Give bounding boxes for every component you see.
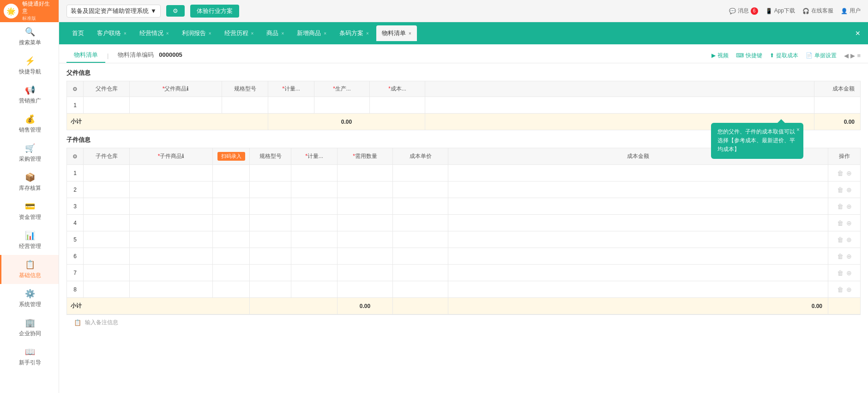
- sidebar-item-guide[interactable]: 📖 新手引导: [0, 342, 59, 371]
- child-row-1-qty[interactable]: [338, 165, 393, 181]
- gear-settings-btn[interactable]: ⚙: [166, 5, 185, 17]
- parent-row-1-cost[interactable]: [370, 97, 425, 114]
- tab-barcode[interactable]: 条码方案 ×: [334, 25, 374, 41]
- online-service-btn[interactable]: 🎧 在线客服: [802, 7, 833, 15]
- sidebar-item-sales[interactable]: 💰 销售管理: [0, 109, 59, 139]
- book-icon: 📖: [25, 347, 35, 357]
- parent-row-1-unit[interactable]: [268, 97, 314, 114]
- tab-new-goods[interactable]: 新增商品 ×: [291, 25, 332, 41]
- tab-bom-close[interactable]: ×: [409, 31, 411, 36]
- tab-profit-close[interactable]: ×: [209, 31, 211, 36]
- clipboard-icon: 📋: [25, 260, 35, 270]
- tab-profit[interactable]: 利润报告 ×: [176, 25, 217, 41]
- sidebar-item-finance[interactable]: 💳 资金管理: [0, 197, 59, 226]
- child-row-1-unit[interactable]: [291, 165, 338, 181]
- close-all-tabs[interactable]: ✕: [855, 30, 861, 37]
- parent-row-1-goods[interactable]: [130, 97, 222, 114]
- child-row-1-warehouse[interactable]: [84, 165, 130, 181]
- parent-row-1-spec[interactable]: [222, 97, 268, 114]
- tab-goods-close[interactable]: ×: [281, 31, 284, 36]
- bottom-icon: 📋: [74, 319, 81, 326]
- child-row-2-unit[interactable]: [291, 181, 338, 198]
- child-row-2-delete-btn[interactable]: 🗑: [837, 186, 844, 193]
- child-row-3-delete-btn[interactable]: 🗑: [837, 203, 844, 210]
- child-row-1-delete-btn[interactable]: 🗑: [837, 169, 844, 177]
- tab-customer-close[interactable]: ×: [124, 31, 127, 36]
- child-row-4-copy-btn[interactable]: ⊕: [846, 219, 852, 227]
- single-settings-btn[interactable]: 📄 单据设置: [806, 52, 837, 60]
- child-row-2-goods[interactable]: [130, 181, 213, 198]
- tab-history-close[interactable]: ×: [251, 31, 254, 36]
- shortcut-btn[interactable]: ⌨ 快捷键: [736, 52, 762, 60]
- tab-bom[interactable]: 物料清单 ×: [376, 25, 417, 41]
- tab-barcode-close[interactable]: ×: [366, 31, 369, 36]
- child-row-8-delete-btn[interactable]: 🗑: [837, 286, 844, 293]
- tab-new-goods-close[interactable]: ×: [324, 31, 326, 36]
- parent-row-1-production[interactable]: [314, 97, 370, 114]
- tooltip-close-btn[interactable]: ×: [796, 126, 800, 134]
- tab-goods[interactable]: 商品 ×: [261, 25, 289, 41]
- prev-btn[interactable]: ◀: [844, 52, 849, 59]
- tab-operations-close[interactable]: ×: [166, 31, 169, 36]
- child-row-4: 4 🗑⊕: [67, 215, 861, 231]
- child-row-3-copy-btn[interactable]: ⊕: [846, 203, 852, 210]
- parent-subtotal-amount: 0.00: [814, 114, 861, 130]
- header-tools: 💬 消息 6 📱 App下载 🎧 在线客服 👤 用户: [729, 7, 861, 15]
- tab-history[interactable]: 经营历程 ×: [219, 25, 259, 41]
- experience-btn[interactable]: 体验行业方案: [190, 5, 239, 18]
- tab-home[interactable]: 首页: [66, 25, 90, 41]
- child-row-2-copy-btn[interactable]: ⊕: [846, 186, 852, 193]
- tab-customer[interactable]: 客户联络 ×: [91, 25, 132, 41]
- parent-col-goods: *父件商品ℹ: [130, 81, 222, 97]
- parent-col-settings[interactable]: ⚙: [67, 81, 84, 97]
- scan-btn[interactable]: 扫码录入: [217, 152, 245, 161]
- child-row-3: 3 🗑⊕: [67, 198, 861, 215]
- parent-row-1-warehouse[interactable]: [84, 97, 130, 114]
- child-row-7-copy-btn[interactable]: ⊕: [846, 269, 852, 277]
- child-row-2-unit-cost[interactable]: [393, 181, 448, 198]
- sidebar-item-inventory[interactable]: 📦 库存核算: [0, 168, 59, 197]
- child-row-1-spec[interactable]: [250, 165, 291, 181]
- sub-tab-bom-list[interactable]: 物料清单: [66, 48, 105, 63]
- child-row-4-delete-btn[interactable]: 🗑: [837, 219, 844, 227]
- sidebar-item-purchase[interactable]: 🛒 采购管理: [0, 139, 59, 168]
- child-row-2-qty[interactable]: [338, 181, 393, 198]
- sidebar-item-purchase-label: 采购管理: [19, 155, 41, 163]
- message-btn[interactable]: 💬 消息 6: [729, 7, 758, 15]
- user-btn[interactable]: 👤 用户: [841, 7, 861, 15]
- child-row-6-copy-btn[interactable]: ⊕: [846, 253, 852, 260]
- main-area: 装备及固定资产辅助管理系统 ▼ ⚙ 体验行业方案 💬 消息 6 📱 App下载 …: [59, 0, 868, 393]
- sidebar-item-system[interactable]: ⚙️ 系统管理: [0, 284, 59, 313]
- child-row-5-delete-btn[interactable]: 🗑: [837, 236, 844, 243]
- sidebar-item-quick-nav[interactable]: ⚡ 快捷导航: [0, 51, 59, 80]
- child-row-8-copy-btn[interactable]: ⊕: [846, 286, 852, 293]
- child-table: ⚙ 子件仓库 *子件商品ℹ 扫码录入 规格型号 *计量... *需用数量 成本单…: [66, 148, 861, 314]
- child-subtotal-row: 小计 0.00 0.00: [67, 298, 861, 314]
- video-btn[interactable]: ▶ 视频: [711, 52, 729, 60]
- child-row-6-delete-btn[interactable]: 🗑: [837, 253, 844, 260]
- sidebar-navigation: 🔍 搜索菜单 ⚡ 快捷导航 📢 营销推广 💰 销售管理 🛒 采购管理 📦 库存核…: [0, 22, 59, 393]
- sidebar-item-enterprise[interactable]: 🏢 企业协同: [0, 313, 59, 342]
- form-area: 父件信息 ⚙ 父件仓库 *父件商品ℹ 规格型号 *计量... *生产... *成…: [59, 63, 868, 393]
- next-btn[interactable]: ▶: [850, 52, 855, 59]
- child-row-2-spec[interactable]: [250, 181, 291, 198]
- system-bar: 装备及固定资产辅助管理系统 ▼ ⚙ 体验行业方案 💬 消息 6 📱 App下载 …: [59, 0, 868, 22]
- toolbar-area: ▶ 视频 ⌨ 快捷键 ⬆ 提取成本 📄 单据设置 ◀ ▶: [711, 52, 861, 60]
- sidebar-item-marketing[interactable]: 📢 营销推广: [0, 80, 59, 109]
- system-selector[interactable]: 装备及固定资产辅助管理系统 ▼: [66, 5, 161, 18]
- tab-operations[interactable]: 经营情况 ×: [134, 25, 175, 41]
- child-row-5-copy-btn[interactable]: ⊕: [846, 236, 852, 243]
- sidebar-item-search[interactable]: 🔍 搜索菜单: [0, 22, 59, 51]
- extract-cost-btn[interactable]: ⬆ 提取成本: [770, 52, 798, 60]
- sidebar-item-basic[interactable]: 📋 基础信息: [0, 255, 59, 284]
- sidebar-item-operations[interactable]: 📊 经营管理: [0, 226, 59, 255]
- child-row-1-copy-btn[interactable]: ⊕: [846, 169, 852, 177]
- child-col-unit-cost: 成本单价: [393, 148, 448, 165]
- child-row-1-goods[interactable]: [130, 165, 213, 181]
- child-row-1-unit-cost[interactable]: [393, 165, 448, 181]
- app-download-btn[interactable]: 📱 App下载: [766, 7, 795, 15]
- list-view-btn[interactable]: ≡: [857, 52, 861, 59]
- child-row-2-warehouse[interactable]: [84, 181, 130, 198]
- child-row-7-delete-btn[interactable]: 🗑: [837, 269, 844, 277]
- child-col-settings[interactable]: ⚙: [67, 148, 84, 165]
